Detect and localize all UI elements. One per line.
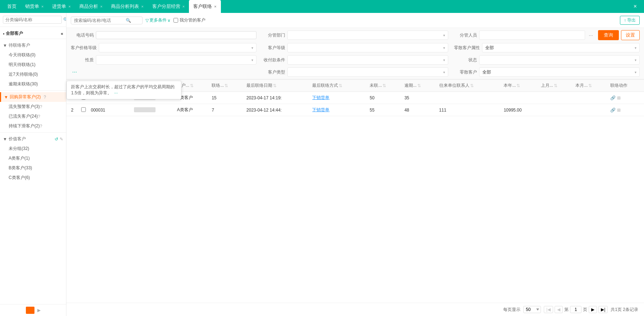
- more-conditions-btn[interactable]: ▽ 更多条件 ∨: [145, 17, 171, 23]
- edit-icon[interactable]: ✎: [60, 137, 63, 142]
- tree-item-class-b[interactable]: B类客户(33): [0, 163, 66, 173]
- sort-icon: ⇅: [339, 83, 342, 88]
- tree-section-abnormal-title[interactable]: ▼ 回购异常客户(2) ?: [0, 92, 66, 102]
- sidebar-search-icon[interactable]: 🔍: [63, 17, 66, 22]
- action-grid-icon[interactable]: ⊞: [617, 108, 621, 113]
- tree-item-today[interactable]: 今天待联络(0): [0, 50, 66, 60]
- nav-item-purchase[interactable]: 进货单 ×: [48, 0, 75, 13]
- per-page-label: 每页显示: [503, 307, 520, 313]
- nav-item-home[interactable]: 首页: [3, 0, 21, 13]
- next-page-button[interactable]: ▶: [589, 306, 597, 313]
- col-this-year-label: 本年...: [504, 82, 516, 89]
- filter-scatter-attr-select[interactable]: 全部 ▾: [482, 43, 640, 52]
- nav-item-analysis-list[interactable]: 商品分析列表 ×: [107, 0, 148, 13]
- nav-close-icon[interactable]: ×: [100, 4, 102, 9]
- my-customer-checkbox[interactable]: 我分管的客户: [173, 17, 205, 23]
- filter-status-select[interactable]: ▾: [479, 55, 640, 65]
- per-page-select[interactable]: 50 100 200: [523, 306, 541, 313]
- more-filters-dots[interactable]: ···: [72, 69, 77, 75]
- filter-phone-input[interactable]: [96, 31, 256, 39]
- tree-arrow-icon: ▼: [3, 43, 7, 48]
- query-button[interactable]: 查询: [598, 30, 619, 40]
- tree-item-unclassified[interactable]: 未分组(32): [0, 144, 66, 154]
- tree-all-customers-header[interactable]: ▪ 全部客户 «: [0, 28, 66, 39]
- filter-dept-select[interactable]: ▾: [287, 30, 448, 40]
- tree-item-lost[interactable]: 已流失客户(24) ?: [0, 112, 66, 121]
- window-close-button[interactable]: ×: [629, 3, 641, 10]
- action-link-icon[interactable]: 🔗: [610, 95, 616, 100]
- refresh-icon[interactable]: ↺: [55, 137, 58, 142]
- nav-item-customer-contact[interactable]: 客户联络 ×: [189, 0, 221, 13]
- page-number-input[interactable]: [570, 306, 582, 313]
- contact-method-link[interactable]: 下销货单: [312, 107, 329, 112]
- nav-close-icon[interactable]: ×: [41, 4, 43, 9]
- dots-button[interactable]: ···: [589, 32, 593, 38]
- search-input[interactable]: [74, 18, 124, 23]
- tree-section-value-title[interactable]: ▼ 价值客户 ↺ ✎: [0, 134, 66, 144]
- tree-item-declining[interactable]: 持续下滑客户(2) ?: [0, 121, 66, 131]
- first-page-button[interactable]: |◀: [544, 306, 553, 313]
- filter-customer-grade-select[interactable]: ▾: [287, 43, 448, 52]
- tree-item-loss-warning[interactable]: 流失预警客户(3) ?: [0, 102, 66, 112]
- nav-close-icon[interactable]: ×: [214, 4, 216, 9]
- tree-item-7days[interactable]: 近7天待联络(0): [0, 70, 66, 79]
- tree-item-overdue[interactable]: 逾期未联络(30): [0, 79, 66, 89]
- tree-item-tomorrow[interactable]: 明天待联络(1): [0, 60, 66, 70]
- tree-collapse-icon[interactable]: «: [61, 31, 63, 36]
- col-header-contact[interactable]: 联络... ⇅: [209, 80, 244, 92]
- nav-item-customer-tier[interactable]: 客户分层经营 ×: [148, 0, 189, 13]
- nav-close-icon[interactable]: ×: [141, 4, 143, 9]
- filter-scatter-customer-select[interactable]: 全部 ▾: [479, 67, 640, 77]
- col-overdue-label: 逾期...: [404, 82, 417, 89]
- nav-close-icon[interactable]: ×: [182, 4, 185, 9]
- filter-value: 全部: [482, 69, 491, 75]
- nav-item-analysis[interactable]: 商品分析 ×: [75, 0, 107, 13]
- prev-page-button[interactable]: ◀: [555, 306, 563, 313]
- row-checkbox-cell[interactable]: [78, 104, 89, 116]
- filter-nature-select[interactable]: ▾: [96, 55, 256, 65]
- table-area: ⚙ 客户编码 ⇅ 客户名称: [66, 79, 644, 303]
- col-header-last-month[interactable]: 上月... ⇅: [539, 80, 574, 92]
- filter-price-grade-select[interactable]: ▾: [99, 43, 256, 52]
- col-header-last-date[interactable]: 最后联络日期 ⇅: [244, 80, 310, 92]
- my-customer-label: 我分管的客户: [180, 17, 205, 23]
- search-icon[interactable]: 🔍: [126, 18, 131, 23]
- col-header-last-method[interactable]: 最后联络方式 ⇅: [310, 80, 367, 92]
- nav-close-icon[interactable]: ×: [68, 4, 70, 9]
- search-wrap: 🔍: [71, 16, 143, 24]
- col-header-company-contact[interactable]: 往来单位联系人 ⇅: [437, 80, 502, 92]
- sort-icon: ⇅: [190, 83, 194, 88]
- tree-header-icon: ▪: [3, 31, 4, 36]
- filter-payment-select[interactable]: ▾: [287, 55, 448, 65]
- export-button[interactable]: ↑ 导出: [620, 16, 640, 25]
- action-grid-icon[interactable]: ⊞: [617, 95, 621, 100]
- last-page-button[interactable]: ▶|: [598, 306, 608, 313]
- filter-scatter-customer: 零散客户 全部 ▾: [454, 67, 640, 77]
- filter-person-select[interactable]: [479, 30, 585, 40]
- page-unit: 页: [583, 307, 587, 313]
- my-customer-check[interactable]: [173, 18, 178, 23]
- sidebar-search-input[interactable]: [3, 16, 62, 24]
- row-last-method[interactable]: 下销货单: [310, 92, 367, 104]
- nav-item-sales[interactable]: 销货单 ×: [21, 0, 48, 13]
- settings-button[interactable]: 设置: [621, 30, 640, 40]
- contact-method-link[interactable]: 下销货单: [312, 95, 329, 100]
- blurred-name: [134, 107, 156, 112]
- page-nav: |◀ ◀ 第 页 ▶ ▶|: [544, 306, 608, 313]
- tree-section-pending-title[interactable]: ▼ 待联络客户: [0, 41, 66, 50]
- col-header-this-year[interactable]: 本年... ⇅: [501, 80, 538, 92]
- action-link-icon[interactable]: 🔗: [610, 108, 616, 113]
- filter-scatter-attr-label: 零散客户属性: [454, 45, 480, 51]
- row-last-method[interactable]: 下销货单: [310, 104, 367, 116]
- help-icon[interactable]: ?: [44, 95, 46, 100]
- row-checkbox[interactable]: [81, 107, 86, 112]
- col-header-overdue[interactable]: 逾期... ⇅: [402, 80, 437, 92]
- col-header-un-contact[interactable]: 未联... ⇅: [367, 80, 402, 92]
- filter-customer-type-select[interactable]: ▾: [287, 67, 448, 77]
- tree-item-class-c[interactable]: C类客户(6): [0, 173, 66, 183]
- tree-item-class-a[interactable]: A类客户(1): [0, 154, 66, 163]
- col-header-this-month[interactable]: 本月... ⇅: [573, 80, 608, 92]
- row-action: 🔗 ⊞: [608, 104, 644, 116]
- sidebar-bottom-arrow[interactable]: ▶: [37, 308, 41, 313]
- nav-item-label: 进货单: [52, 3, 66, 10]
